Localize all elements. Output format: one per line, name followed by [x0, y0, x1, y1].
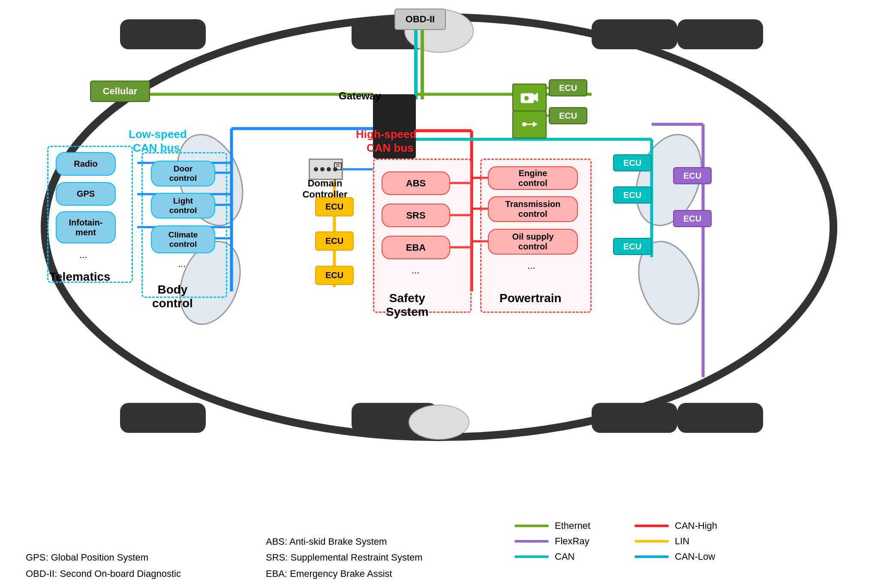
- door-control-box: Doorcontrol: [151, 161, 215, 186]
- svg-point-65: [524, 96, 529, 101]
- telematics-label: Telematics: [49, 270, 111, 284]
- can-low-legend-line: [634, 555, 669, 558]
- can-high-legend-label: CAN-High: [675, 520, 717, 531]
- svg-marker-64: [534, 93, 538, 102]
- right-ecu-3: ECU: [613, 238, 652, 255]
- right-ecu-1: ECU: [613, 154, 652, 171]
- svg-point-57: [320, 167, 325, 171]
- gateway-label: Gateway: [339, 90, 381, 102]
- body-control-label: Bodycontrol: [152, 283, 193, 310]
- domain-controller-device: [309, 159, 343, 180]
- ethernet-legend-label: Ethernet: [555, 520, 590, 531]
- low-speed-label: Low-speed: [129, 128, 187, 141]
- obd-box: OBD-II: [394, 9, 446, 30]
- transmission-control-box: Transmissioncontrol: [488, 196, 578, 222]
- safety-system-label: SafetySystem: [386, 291, 429, 319]
- abs-box: ABS: [382, 171, 450, 195]
- can-high-legend-line: [634, 525, 669, 527]
- can-legend-label: CAN: [555, 551, 574, 562]
- gps-footnote: GPS: Global Position System: [26, 549, 181, 565]
- powertrain-label: Powertrain: [499, 291, 562, 305]
- lin-legend-label: LIN: [675, 536, 689, 547]
- obd-footnote: OBD-II: Second On-board Diagnostic: [26, 566, 181, 582]
- svg-point-56: [314, 167, 318, 171]
- eba-abbrev: EBA: Emergency Brake Assist: [266, 566, 423, 582]
- lin-legend-line: [634, 540, 669, 543]
- far-right-ecu-1: ECU: [673, 167, 712, 184]
- svg-rect-9: [592, 19, 677, 49]
- srs-box: SRS: [382, 204, 450, 227]
- engine-control-box: Enginecontrol: [488, 166, 578, 190]
- svg-point-58: [327, 167, 331, 171]
- svg-rect-5: [120, 19, 206, 49]
- safety-dots: ...: [412, 265, 419, 276]
- can-legend-line: [514, 555, 549, 558]
- svg-marker-67: [533, 121, 537, 127]
- flexray-legend-label: FlexRay: [555, 536, 589, 547]
- can-low-legend-label: CAN-Low: [675, 551, 715, 562]
- svg-rect-11: [592, 403, 677, 433]
- eba-box: EBA: [382, 236, 450, 259]
- sensor-icon-group: [512, 111, 547, 138]
- high-can-bus-label: CAN bus: [367, 141, 414, 155]
- domain-ecu-2: ECU: [315, 231, 354, 251]
- light-control-box: Lightcontrol: [151, 193, 215, 219]
- legend-section-1: Ethernet FlexRay CAN: [514, 520, 590, 562]
- ethernet-legend-line: [514, 525, 549, 527]
- cellular-box: Cellular: [90, 81, 150, 102]
- obd-label: OBD-II: [406, 14, 435, 25]
- high-speed-label: High-speed: [356, 128, 417, 141]
- domain-ecu-1: ECU: [315, 197, 354, 216]
- svg-point-14: [409, 405, 469, 439]
- svg-rect-10: [677, 19, 763, 49]
- oil-supply-box: Oil supplycontrol: [488, 229, 578, 255]
- infotainment-box: Infotain-ment: [56, 211, 116, 243]
- svg-rect-12: [677, 403, 763, 433]
- srs-abbrev: SRS: Supplemental Restraint System: [266, 549, 423, 565]
- far-right-ecu-2: ECU: [673, 210, 712, 227]
- cellular-label: Cellular: [103, 86, 138, 97]
- camera-icon-group: [512, 84, 547, 111]
- body-dots: ...: [178, 258, 186, 270]
- domain-ecu-3: ECU: [315, 266, 354, 285]
- abs-abbrev: ABS: Anti-skid Brake System: [266, 534, 423, 549]
- climate-control-box: Climatecontrol: [151, 225, 215, 253]
- gps-box: GPS: [56, 182, 116, 206]
- abbreviations: ABS: Anti-skid Brake System SRS: Supplem…: [266, 534, 423, 582]
- svg-rect-7: [120, 403, 206, 433]
- right-ecu-2: ECU: [613, 186, 652, 204]
- svg-point-68: [522, 122, 526, 126]
- svg-rect-8: [352, 403, 437, 433]
- footnotes: GPS: Global Position System OBD-II: Seco…: [26, 549, 181, 582]
- top-ecu-1: ECU: [549, 79, 587, 96]
- telematics-dots: ...: [79, 249, 87, 261]
- powertrain-dots: ...: [527, 260, 535, 271]
- legend-section-2: CAN-High LIN CAN-Low: [634, 520, 717, 562]
- radio-box: Radio: [56, 152, 116, 176]
- top-ecu-2: ECU: [549, 107, 587, 124]
- flexray-legend-line: [514, 540, 549, 543]
